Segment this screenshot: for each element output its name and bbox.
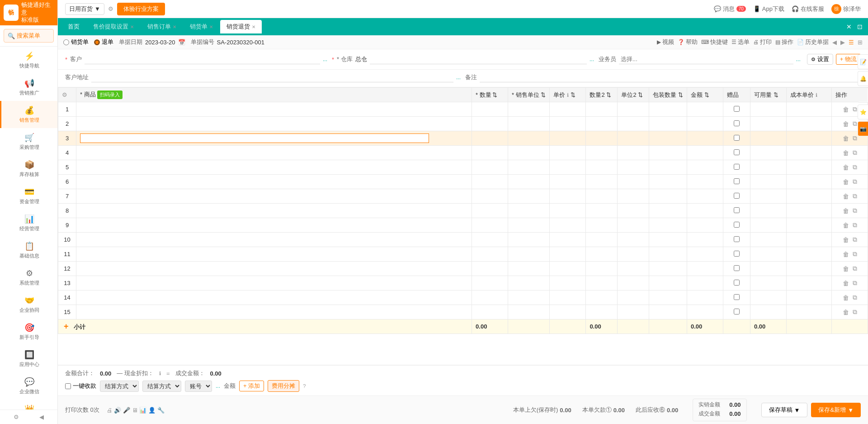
unit-cell[interactable] [508,262,550,276]
qty2-cell[interactable] [586,247,618,262]
unit-cell[interactable] [508,117,550,131]
gift-checkbox[interactable] [734,135,740,141]
gift-cell[interactable] [723,262,750,276]
amount-cell[interactable] [687,131,723,146]
unit-cell[interactable] [508,233,550,247]
sidebar-item-inventory[interactable]: 📦 库存核算 [0,155,57,182]
copy-row-button[interactable]: ⧉ [852,133,858,143]
pkg-cell[interactable] [649,175,687,189]
fee-split-button[interactable]: 费用分摊 [268,380,299,392]
qty-cell[interactable] [472,204,508,218]
calendar-icon[interactable]: 📅 [178,39,185,46]
copy-row-button[interactable]: ⧉ [852,264,858,273]
unit-cell[interactable] [508,160,550,175]
price-cell[interactable] [550,131,586,146]
qty-cell[interactable] [472,291,508,305]
close-tab-sales-return[interactable]: ✕ [252,24,255,29]
draft-dropdown-icon[interactable]: ▼ [794,407,800,414]
amount-cell[interactable] [687,146,723,160]
unit2-cell[interactable] [618,276,649,291]
unit2-cell[interactable] [618,233,649,247]
side-tab-4[interactable]: ⭐ [858,105,868,119]
gift-checkbox[interactable] [734,236,740,242]
pkg-cell[interactable] [649,218,687,233]
address-input[interactable] [91,72,453,82]
th-pkg[interactable]: 包装数量 ⇅ [649,88,687,102]
qty-cell[interactable] [472,175,508,189]
qty-cell[interactable] [472,218,508,233]
delete-row-button[interactable]: 🗑 [842,264,850,273]
pkg-cell[interactable] [649,160,687,175]
sidebar-item-wechat[interactable]: 💬 企业微信 [0,372,57,400]
qty-cell[interactable] [472,160,508,175]
salesperson-input[interactable] [619,54,793,64]
form-settings-button[interactable]: ⚙ 设置 [807,54,833,65]
gift-checkbox[interactable] [734,294,740,300]
delete-row-button[interactable]: 🗑 [842,119,850,129]
warehouse-picker-button[interactable]: ... [590,56,594,62]
online-service-button[interactable]: 🎧 在线客服 [792,5,824,13]
close-tab-price-setting[interactable]: ✕ [130,24,134,29]
goods-cell[interactable] [76,218,472,233]
th-price[interactable]: 单价 ℹ ⇅ [550,88,586,102]
price-cell[interactable] [550,276,586,291]
delete-row-button[interactable]: 🗑 [842,105,850,114]
gift-cell[interactable] [723,160,750,175]
gift-cell[interactable] [723,131,750,146]
price-cell[interactable] [550,247,586,262]
amount-cell[interactable] [687,262,723,276]
add-row-button[interactable]: + [64,322,69,331]
gift-checkbox[interactable] [734,222,740,228]
gift-checkbox[interactable] [734,251,740,257]
save-draft-button[interactable]: 保存草稿 ▼ [761,403,808,417]
qty-cell[interactable] [472,276,508,291]
qty2-cell[interactable] [586,160,618,175]
unit2-cell[interactable] [618,189,649,204]
qty2-cell[interactable] [586,262,618,276]
shortcut-button[interactable]: ⌨ 快捷键 [701,38,728,46]
pkg-cell[interactable] [649,291,687,305]
unit2-cell[interactable] [618,291,649,305]
unit-cell[interactable] [508,291,550,305]
next-record-icon[interactable]: ▶ [840,39,845,46]
th-avail[interactable]: 可用量 ⇅ [750,88,787,102]
sidebar-item-system[interactable]: ⚙ 系统管理 [0,264,57,291]
delete-row-button[interactable]: 🗑 [842,308,850,317]
unit-cell[interactable] [508,204,550,218]
unit2-cell[interactable] [618,160,649,175]
unit-cell[interactable] [508,175,550,189]
goods-cell[interactable] [76,276,472,291]
add-payment-button[interactable]: + 添加 [239,381,264,391]
sidebar-item-appstore[interactable]: 🔲 应用中心 [0,345,57,372]
radio-sales-bill[interactable]: 销货单 [63,38,89,46]
delete-row-button[interactable]: 🗑 [842,235,850,244]
unit2-cell[interactable] [618,218,649,233]
gift-checkbox[interactable] [734,106,740,112]
sidebar-item-newbie[interactable]: 🎯 新手引导 [0,318,57,345]
delete-row-button[interactable]: 🗑 [842,148,850,157]
pkg-cell[interactable] [649,204,687,218]
history-button[interactable]: 📄 历史单据 [797,38,829,46]
unit-cell[interactable] [508,189,550,204]
unit2-cell[interactable] [618,247,649,262]
copy-row-button[interactable]: ⧉ [852,148,858,157]
th-qty[interactable]: * 数量 ⇅ [472,88,508,102]
list-view-icon[interactable]: ☰ [849,39,854,46]
goods-cell[interactable] [76,102,472,117]
goods-cell[interactable] [76,233,472,247]
copy-row-button[interactable]: ⧉ [852,293,858,302]
unit-cell[interactable] [508,305,550,319]
pkg-cell[interactable] [649,189,687,204]
delete-row-button[interactable]: 🗑 [842,206,850,215]
salesperson-picker-button[interactable]: ... [796,56,801,62]
goods-cell[interactable] [76,247,472,262]
sidebar-item-basic[interactable]: 📋 基础信息 [0,237,57,264]
pkg-cell[interactable] [649,305,687,319]
account-select[interactable]: 账号 [185,381,212,392]
logistics-button[interactable]: + 物流 [836,54,861,65]
help-button[interactable]: ❓ 帮助 [678,38,698,46]
price-cell[interactable] [550,305,586,319]
gift-checkbox[interactable] [734,193,740,199]
goods-cell[interactable] [76,204,472,218]
customer-input[interactable] [85,54,320,64]
